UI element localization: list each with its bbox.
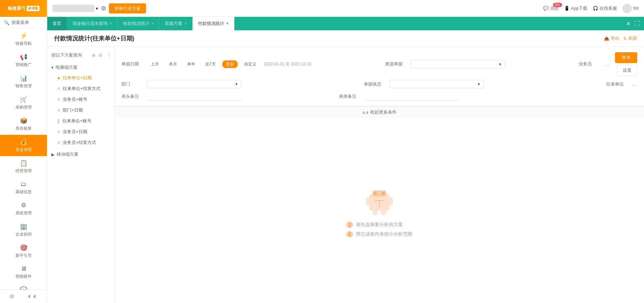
header-note-input[interactable] (147, 92, 241, 100)
query-btn[interactable]: 查询 (615, 52, 637, 63)
sidebar-item-funds[interactable]: 💰 资金管理 (0, 135, 47, 156)
scheme-item-icon: ≡ (57, 129, 60, 134)
source-select[interactable]: ▾ (411, 60, 505, 68)
date-btn-custom[interactable]: 自定义 (240, 60, 260, 68)
filter-row-3: 表头备注 表体备注 (121, 92, 637, 100)
sidebar-item-wechat[interactable]: 💬 企业微信 (0, 283, 47, 290)
tab-pay-stat-close[interactable]: × (226, 21, 229, 26)
sidebar-item-label: 资金管理 (16, 147, 32, 153)
settings-footer-btn[interactable]: ⚙ (9, 293, 14, 300)
sidebar-item-sales[interactable]: 📊 销售管理 (0, 71, 47, 92)
sidebar-item-label: 快捷导航 (16, 41, 32, 47)
company-selector[interactable]: ▾ (53, 5, 98, 12)
date-btn-this-month[interactable]: 本月 (165, 60, 181, 68)
tab-payment-stat[interactable]: 收款情况统计 × (118, 17, 159, 30)
sidebar-item-marketing[interactable]: 📢 营销推广 (0, 50, 47, 71)
scheme-item-salesman-date[interactable]: ≡ 业务员+日期 (47, 126, 114, 137)
date-btn-7days[interactable]: 近7天 (202, 60, 219, 68)
scheme-item-partner-settlement[interactable]: ≡ 往来单位+结算方式 (47, 83, 114, 94)
scheme-group-desktop: ▾ 电脑端方案 ● 往来单位+日期 ≡ 往来单位+结算方式 ≡ 业务员+账号 (47, 62, 114, 148)
close-all-tabs-btn[interactable]: ✕ (626, 21, 631, 27)
scheme-item-icon: ● (57, 75, 60, 81)
service-label: 在线客服 (599, 5, 617, 11)
header: ▾ ⚙ 体验行业方案 💬 消息 99+ 📱 App下载 🎧 在线客服 Rit (47, 0, 644, 17)
search-menu-item[interactable]: 🔍 搜索菜单 (0, 17, 47, 29)
header-settings-icon[interactable]: ⚙ (101, 5, 106, 12)
expand-tabs-btn[interactable]: ⛶ (635, 21, 640, 27)
partner-label: 往来单位 (606, 81, 626, 87)
scheme-group-desktop-header[interactable]: ▾ 电脑端方案 (47, 62, 114, 72)
date-options: 上月 本月 本年 近7天 更多 自定义 2022-01-01 至 2022-12… (147, 60, 312, 68)
scheme-group-mobile-header[interactable]: ▶ 移动端方案 (47, 149, 114, 159)
trial-btn[interactable]: 体验行业方案 (109, 3, 146, 13)
refresh-btn[interactable]: ↻ 刷新 (623, 35, 637, 41)
scheme-item-salesman-account[interactable]: ≡ 业务员+账号 (47, 94, 114, 105)
scheme-item-partner-date[interactable]: ● 往来单位+日期 (47, 72, 114, 83)
message-icon: 💬 (543, 6, 549, 11)
sidebar-item-label: 营销推广 (16, 62, 32, 68)
export-label: 导出 (611, 35, 619, 41)
sidebar-item-label: 基础信息 (16, 189, 32, 195)
user-name: Rit (633, 6, 639, 11)
tab-bank-close[interactable]: × (110, 21, 112, 26)
message-btn[interactable]: 💬 消息 99+ (543, 5, 559, 11)
tab-new-scheme-label: 新建方案 (165, 21, 182, 27)
sidebar: 畅捷通巧 标准版 🔍 搜索菜单 ⚡ 快捷导航 📢 营销推广 📊 销售管理 🛒 采… (0, 0, 47, 303)
date-btn-more[interactable]: 更多 (222, 60, 238, 68)
scheme-item-icon: ≡ (57, 108, 60, 113)
tab-pay-stat[interactable]: 付款情况统计 × (193, 17, 234, 30)
scheme-item-label: 往来单位+结算方式 (63, 86, 100, 92)
salesman-ellipsis-btn[interactable]: … (604, 61, 610, 67)
sidebar-item-basic-info[interactable]: 🗂 基础信息 (0, 177, 47, 198)
partner-ellipsis-btn[interactable]: … (632, 81, 637, 87)
date-btn-this-year[interactable]: 本年 (183, 60, 199, 68)
tip-text-1: 请先选择要分析的方案 (356, 222, 403, 228)
voucher-status-select[interactable]: ▾ (389, 80, 484, 88)
sidebar-item-business[interactable]: 📋 经营管理 (0, 156, 47, 177)
filter-settings-btn[interactable]: 设置 (617, 65, 637, 76)
header-note-label: 表头备注 (121, 93, 142, 99)
collapse-bar-label: 收起更多条件 (370, 109, 397, 115)
scheme-item-salesman-settlement[interactable]: ≡ 业务员+结算方式 (47, 137, 114, 148)
user-profile-btn[interactable]: Rit (622, 4, 639, 13)
export-icon: 📤 (604, 36, 609, 41)
scheme-item-partner-account[interactable]: ∥ 往来单位+账号 (47, 116, 114, 126)
sidebar-nav: ⚡ 快捷导航 📢 营销推广 📊 销售管理 🛒 采购管理 📦 库存核算 💰 资金管… (0, 29, 47, 290)
body-note-input[interactable] (364, 92, 459, 100)
tab-home[interactable]: 首页 (47, 17, 67, 30)
sidebar-item-enterprise[interactable]: 🏢 企业协同 (0, 219, 47, 241)
tab-new-scheme-close[interactable]: × (184, 21, 187, 26)
scheme-item-dept-date[interactable]: ≡ 部门+日期 (47, 105, 114, 116)
search-menu-label: 搜索菜单 (11, 20, 29, 26)
sidebar-logo: 畅捷通巧 标准版 (0, 0, 47, 17)
sidebar-item-label: 采购管理 (16, 104, 32, 110)
sidebar-item-system[interactable]: ⚙ 系统管理 (0, 198, 47, 219)
sidebar-item-quick-nav[interactable]: ⚡ 快捷导航 (0, 29, 47, 50)
app-label: App下载 (571, 5, 587, 11)
filter-panel: 单据日期 上月 本月 本年 近7天 更多 自定义 2022-01-01 至 20… (115, 47, 644, 106)
scheme-settings-btn[interactable]: ⚙ (98, 53, 103, 58)
collapse-more-bar[interactable]: ∧∧ 收起更多条件 (115, 106, 644, 118)
date-btn-last-month[interactable]: 上月 (147, 60, 163, 68)
salesman-label: 业务员 (579, 61, 599, 67)
basic-info-icon: 🗂 (21, 181, 27, 188)
tabs-end-actions: ✕ ⛶ (622, 17, 644, 30)
dept-select[interactable]: ▾ (147, 80, 241, 88)
export-btn[interactable]: 📤 导出 (604, 35, 619, 41)
scheme-header-label: 按以下方案查询 (51, 52, 82, 58)
sidebar-item-inventory[interactable]: 📦 库存核算 (0, 114, 47, 135)
tab-new-scheme[interactable]: 新建方案 × (159, 17, 193, 30)
sidebar-item-hardware[interactable]: 🖥 智能硬件 (0, 262, 47, 283)
tab-payment-close[interactable]: × (151, 21, 154, 26)
scheme-collapse-btn[interactable]: 《 (106, 52, 110, 58)
collapse-sidebar-btn[interactable]: ⏴⏴ (27, 293, 37, 300)
add-scheme-btn[interactable]: ⊕ (92, 53, 96, 58)
sidebar-item-guide[interactable]: 🎯 新手引导 (0, 241, 47, 262)
empty-state: 1 请先选择要分析的方案 2 用过滤条件来缩小分析范围 (115, 118, 644, 303)
tab-bank[interactable]: 现金银行流水查询 × (67, 17, 118, 30)
app-download-btn[interactable]: 📱 App下载 (564, 5, 587, 11)
sidebar-item-purchase[interactable]: 🛒 采购管理 (0, 92, 47, 114)
online-service-btn[interactable]: 🎧 在线客服 (593, 5, 617, 11)
inventory-icon: 📦 (20, 117, 27, 124)
empty-illustration (362, 184, 396, 217)
